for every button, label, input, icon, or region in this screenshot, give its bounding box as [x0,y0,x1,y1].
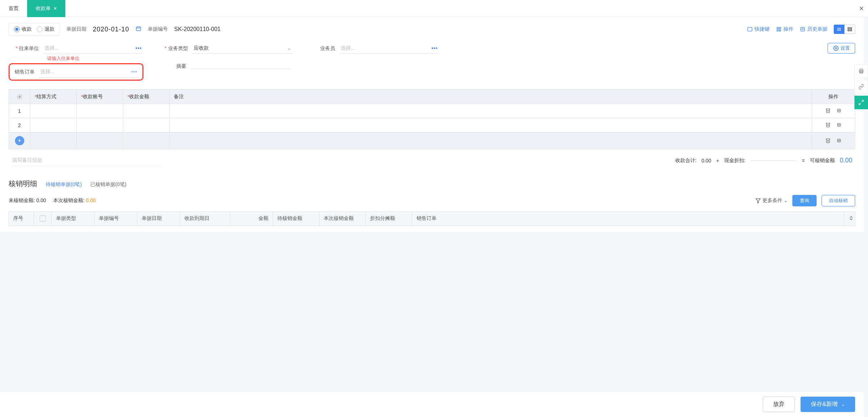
radio-refund-label: 退款 [45,26,55,32]
chevron-down-icon: ⌄ [287,46,291,51]
operate-button[interactable]: 操作 [776,26,793,32]
partner-input[interactable]: 选择... ••• [43,43,143,54]
verif-tools: 未核销金额: 0.00 本次核销金额: 0.00 更多条件 ⌄ 查询 自动核销 [9,195,855,206]
note-input[interactable]: 填写备注信息 [11,155,161,166]
salesman-field: 业务员 选择... ••• [314,43,439,54]
col-method: *结算方式 [30,90,77,104]
table-row: 1 [9,104,855,118]
vcol-checkbox[interactable] [34,212,52,226]
filter-icon [755,198,761,204]
verif-header: 核销明细 待核销单据(0笔) 已核销单据(0笔) [9,179,855,189]
this-amt: 本次核销金额: 0.00 [53,197,96,204]
view-list-button[interactable] [834,25,844,34]
tabbar-close-icon[interactable]: × [859,4,864,13]
vcol-salesorder: 销售订单 [412,212,844,226]
radio-refund[interactable]: 退款 [37,26,55,32]
cards-icon [847,26,853,32]
settings-label: 设置 [841,45,850,51]
vcol-docdate: 单据日期 [137,212,180,226]
vcol-discount: 折扣分摊额 [366,212,412,226]
checkbox-icon [40,215,46,222]
svg-rect-17 [848,27,849,29]
salesorder-input[interactable]: 选择... ••• [39,66,139,77]
tab-home-label: 首页 [9,5,19,12]
more-conditions[interactable]: 更多条件 ⌄ [755,197,787,204]
col-amount: *收款金额 [123,90,170,104]
copy-icon[interactable] [836,107,842,114]
plus-sign: + [716,158,719,164]
summary-row: 填写备注信息 收款合计: 0.00 + 现金折扣: = 可核销金额 0.00 [9,155,855,166]
vcol-doctype: 单据类型 [52,212,95,226]
biztype-value: 应收款 [194,45,209,51]
cell-method[interactable] [30,104,77,118]
biztype-select[interactable]: 应收款 ⌄ [192,43,292,54]
cell-amount[interactable] [123,118,170,132]
svg-point-21 [835,47,837,49]
svg-rect-10 [779,30,781,31]
side-print-icon[interactable] [854,64,868,78]
col-ops: 操作 [812,90,855,104]
verif-title: 核销明细 [9,179,37,189]
query-button[interactable]: 查询 [792,195,817,206]
tab-pending[interactable]: 待核销单据(0笔) [46,181,82,188]
vcol-sort[interactable] [844,212,855,226]
settings-button[interactable]: 设置 [828,43,855,54]
payment-table: *结算方式 *收款账号 *收款金额 备注 操作 1 2 [9,89,855,149]
summary-field: 摘要 [165,63,291,70]
more-icon[interactable]: ••• [136,45,142,51]
tab-home[interactable]: 首页 [0,0,27,17]
more-icon[interactable]: ••• [432,45,438,51]
history-button[interactable]: 历史单据 [800,26,827,32]
svg-rect-19 [848,30,849,31]
copy-icon[interactable] [836,137,842,144]
vcol-pending: 待核销金额 [273,212,319,226]
summary-input[interactable] [191,64,291,69]
radio-receipt-label: 收款 [22,26,32,32]
svg-point-22 [19,96,20,97]
view-card-button[interactable] [844,25,855,34]
salesorder-highlight: 销售订单 选择... ••• [9,63,143,81]
svg-rect-18 [850,27,852,29]
docno-value: SK-20200110-001 [174,26,221,32]
cell-amount[interactable] [123,104,170,118]
delete-icon[interactable] [825,107,831,114]
shortcut-button[interactable]: 快捷键 [747,26,769,32]
calendar-icon[interactable] [136,26,141,33]
radio-icon [14,26,20,32]
close-icon[interactable]: × [54,5,57,12]
side-expand-icon[interactable] [854,96,868,109]
svg-marker-32 [756,199,760,203]
delete-icon[interactable] [825,137,831,144]
salesman-input[interactable]: 选择... ••• [339,43,439,54]
vcol-seq: 序号 [9,212,34,226]
cell-account[interactable] [77,104,123,118]
table-row: 2 [9,118,855,132]
delete-icon[interactable] [825,122,831,129]
more-icon[interactable]: ••• [131,69,137,75]
list-icon [800,26,806,32]
tab-receipt-label: 收款单 [36,5,51,12]
add-row-button[interactable]: + [9,132,30,149]
discount-input[interactable] [751,160,797,161]
cell-remark[interactable] [170,118,812,132]
cell-method[interactable] [30,118,77,132]
table-settings-icon[interactable] [9,90,30,104]
side-link-icon[interactable] [854,80,868,94]
verif-table-header: 序号 单据类型 单据编号 单据日期 收款到期日 金额 待核销金额 本次核销金额 … [9,212,855,226]
tab-receipt[interactable]: 收款单 × [27,0,65,17]
tab-bar: 首页 收款单 × × [0,0,868,17]
auto-writeoff-button[interactable]: 自动核销 [822,195,855,206]
cell-account[interactable] [77,118,123,132]
cell-remark[interactable] [170,104,812,118]
writeoff-value: 0.00 [840,157,852,164]
radio-receipt[interactable]: 收款 [14,26,32,32]
svg-line-37 [859,103,861,105]
docno-label: 单据编号 [148,26,168,32]
receipt-type-radio: 收款 退款 [9,23,60,36]
copy-icon[interactable] [836,122,842,129]
table-header: *结算方式 *收款账号 *收款金额 备注 操作 [9,90,855,104]
tab-done[interactable]: 已核销单据(0笔) [90,181,126,188]
table-add-row: + [9,132,855,149]
date-value[interactable]: 2020-01-10 [93,26,129,33]
radio-icon [37,26,42,32]
